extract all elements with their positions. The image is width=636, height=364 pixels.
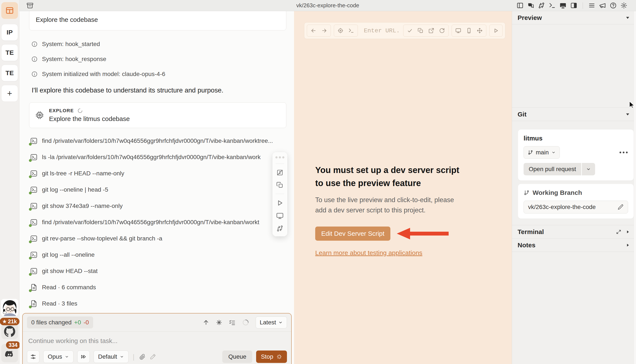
rail-item-kanban[interactable] <box>1 2 18 19</box>
refresh-icon[interactable] <box>439 28 445 34</box>
check-icon[interactable] <box>407 28 413 34</box>
section-header-git[interactable]: Git <box>512 108 636 121</box>
task-title-card[interactable]: Explore the codebase <box>29 11 286 30</box>
success-dot <box>29 175 32 178</box>
panel-right-icon[interactable] <box>570 2 577 9</box>
success-dot <box>29 208 32 211</box>
chevron-down-icon <box>552 150 556 154</box>
url-input[interactable]: Enter URL. <box>361 28 400 34</box>
expand-icon[interactable] <box>616 229 622 235</box>
discord-link[interactable]: 334 <box>1 344 18 362</box>
z-square-icon[interactable] <box>276 169 284 176</box>
system-event[interactable]: System: hook_response <box>20 56 294 62</box>
working-branch-field[interactable]: vk/263c-explore-the-code <box>524 201 628 214</box>
menu-icon[interactable] <box>588 2 595 9</box>
fast-forward-button[interactable] <box>77 350 90 363</box>
system-event[interactable]: System initialized with model: claude-op… <box>20 71 294 78</box>
megaphone-icon[interactable] <box>599 2 606 9</box>
read-row[interactable]: Read · 3 files <box>20 296 294 312</box>
branch-select[interactable]: main <box>524 146 560 159</box>
copy-icon[interactable] <box>276 181 284 189</box>
play-icon[interactable] <box>493 28 499 34</box>
edit-dev-server-script-button[interactable]: Edit Dev Server Script <box>315 226 390 241</box>
pull-request-dropdown[interactable] <box>582 163 595 175</box>
command-row[interactable]: find /private/var/folders/10/h7w0q46556g… <box>20 133 294 149</box>
rail-item-workspace-ip[interactable]: IP <box>1 24 18 41</box>
command-text: git rev-parse --show-toplevel && git bra… <box>42 235 162 242</box>
github-link[interactable]: ★21k <box>1 321 18 339</box>
message-input[interactable]: Continue working on this task... <box>27 337 287 344</box>
tool-label: EXPLORE <box>49 108 74 114</box>
help-icon[interactable] <box>610 2 617 9</box>
move-icon[interactable] <box>477 28 483 34</box>
plus-icon: + <box>7 89 12 98</box>
monitor-icon[interactable] <box>276 212 284 220</box>
scroll-up-icon[interactable] <box>202 319 210 326</box>
terminal-icon[interactable] <box>549 2 556 9</box>
git-compare-icon[interactable] <box>538 2 545 9</box>
play-icon[interactable] <box>276 199 284 207</box>
composer-settings-button[interactable] <box>27 350 40 363</box>
repo-menu-button[interactable] <box>619 150 628 156</box>
system-event-text: System initialized with model: claude-op… <box>42 71 165 78</box>
scrollbar-track[interactable] <box>634 11 636 364</box>
workspace-label: IP <box>7 29 13 36</box>
open-pull-request-button[interactable]: Open pull request <box>524 163 581 175</box>
forward-icon[interactable] <box>321 28 327 34</box>
open-external-icon[interactable] <box>428 28 434 34</box>
copy-icon[interactable] <box>418 28 424 34</box>
system-event[interactable]: System: hook_started <box>20 41 294 48</box>
rail-item-workspace-te2[interactable]: TE <box>1 65 18 81</box>
inspect-group <box>334 24 358 36</box>
pen-icon[interactable] <box>150 353 156 360</box>
section-header-preview[interactable]: Preview <box>512 11 636 24</box>
new-workspace-button[interactable]: + <box>1 85 18 102</box>
version-select[interactable]: Latest <box>256 316 287 328</box>
attach-icon[interactable] <box>139 353 146 360</box>
target-icon[interactable] <box>338 28 344 34</box>
app-rail: IP TE TE + ★21 <box>0 0 20 364</box>
section-label: Terminal <box>518 228 544 236</box>
settings-icon[interactable] <box>620 2 628 9</box>
mobile-icon[interactable] <box>466 28 472 34</box>
git-compare-icon[interactable] <box>276 225 284 232</box>
back-icon[interactable] <box>310 28 316 34</box>
model-select[interactable]: Opus <box>43 350 74 363</box>
terminal-icon[interactable] <box>348 28 354 34</box>
command-row[interactable]: git show HEAD --stat <box>20 263 294 279</box>
drag-handle-icon[interactable] <box>276 156 284 158</box>
command-row[interactable]: find /private/var/folders/10/h7w0q46556g… <box>20 214 294 230</box>
learn-more-link[interactable]: Learn more about testing applications <box>315 249 422 256</box>
caret-down-icon <box>625 15 630 20</box>
command-row[interactable]: git log --oneline | head -5 <box>20 182 294 198</box>
profile-select[interactable]: Default <box>94 350 128 363</box>
device-group <box>452 24 486 36</box>
command-row[interactable]: git show 374e3a9 --name-only <box>20 198 294 214</box>
rail-item-workspace-te1[interactable]: TE <box>1 44 18 61</box>
archive-icon[interactable] <box>26 2 34 9</box>
caret-down-icon <box>625 112 630 117</box>
section-header-notes[interactable]: Notes <box>512 238 636 252</box>
stop-button[interactable]: Stop <box>256 350 287 363</box>
section-header-terminal[interactable]: Terminal <box>512 225 636 238</box>
workspace-label: TE <box>6 69 14 77</box>
explore-tool-card[interactable]: EXPLORE Explore the litmus codebase <box>29 102 286 128</box>
sparkle-icon[interactable] <box>216 319 222 326</box>
read-row[interactable]: Read · 6 commands <box>20 279 294 296</box>
files-changed-chip[interactable]: 0 files changed +0 -0 <box>27 316 93 328</box>
command-row[interactable]: git rev-parse --show-toplevel && git bra… <box>20 230 294 247</box>
command-row[interactable]: ls -la /private/var/folders/10/h7w0q4655… <box>20 149 294 165</box>
system-event-text: System: hook_started <box>42 41 100 48</box>
chat-bubble-icon[interactable] <box>527 2 534 9</box>
queue-button[interactable]: Queue <box>222 350 252 363</box>
edit-pencil-icon[interactable] <box>618 204 624 210</box>
desktop-icon[interactable] <box>455 28 461 34</box>
repo-name: litmus <box>524 135 628 142</box>
checklist-icon[interactable] <box>229 319 236 326</box>
composer-card: 0 files changed +0 -0 Latest <box>22 313 292 364</box>
panel-left-icon[interactable] <box>516 2 524 9</box>
screen-share-icon[interactable] <box>559 2 566 9</box>
command-row[interactable]: git ls-tree -r HEAD --name-only <box>20 165 294 182</box>
command-row[interactable]: git log --all --oneline <box>20 247 294 263</box>
user-avatar[interactable] <box>1 299 18 316</box>
